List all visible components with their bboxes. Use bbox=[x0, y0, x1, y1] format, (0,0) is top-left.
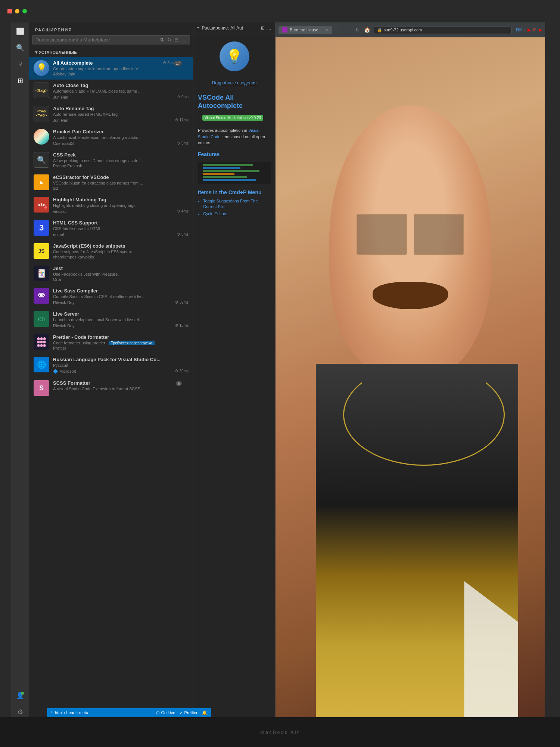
ext-author-highlight-matching-tag: vincaslt bbox=[53, 209, 67, 214]
ext-item-prettier[interactable]: ⬟⬟⬟ ⬟⬟⬟ ⬟⬟⬟ Prettier - Code formatter Co… bbox=[29, 331, 193, 354]
extensions-list: 💡 All Autocomplete Create autocomplete i… bbox=[29, 57, 193, 708]
ext-item-scss-formatter[interactable]: S SCSS Formatter A Visual Studio Code Ex… bbox=[29, 377, 193, 399]
youtube-link-2[interactable]: ▶ bbox=[539, 27, 542, 32]
nav-forward[interactable]: → bbox=[344, 26, 352, 34]
ext-desc-ecssstractor: VSCode plugin for extracting class names… bbox=[53, 181, 189, 185]
detail-items-title: Items in the Cmd+P Menu bbox=[193, 186, 275, 197]
nav-back[interactable]: ← bbox=[334, 26, 342, 34]
activity-extensions[interactable]: ⊞ bbox=[15, 75, 25, 86]
window-minimize[interactable] bbox=[15, 9, 19, 13]
detail-ext-icon: 💡 bbox=[220, 41, 249, 71]
activity-account[interactable]: 👤 bbox=[15, 690, 25, 701]
ext-item-css-peek[interactable]: 🔍 CSS Peek Allow peeking to css ID and c… bbox=[29, 149, 193, 171]
menu-item-cycle-editors: Cycle Editors bbox=[203, 211, 271, 217]
top-bezel bbox=[0, 0, 560, 22]
ext-item-highlight-matching-tag[interactable]: </> ✦ Highlight Matching Tag Highlights … bbox=[29, 194, 193, 217]
ext-item-jest[interactable]: 🃏 Jest Use Facebook's Jest With Pleasure… bbox=[29, 263, 193, 285]
tab-close-1[interactable]: × bbox=[326, 27, 328, 32]
browser-tab-1[interactable]: Burn the House... × bbox=[279, 26, 332, 34]
detail-split-icon[interactable]: ⊞ bbox=[261, 25, 265, 31]
detail-title: VSCode All Autocomplete bbox=[193, 90, 275, 111]
ext-item-auto-rename-tag[interactable]: ≡TAG <TAG> Auto Rename Tag Auto rename p… bbox=[29, 103, 193, 126]
detail-more-link[interactable]: Подробные сведения bbox=[193, 79, 275, 90]
ext-badge-all-autocomplete: 17 bbox=[174, 61, 182, 66]
ext-item-live-sass[interactable]: 👁 Live Sass Compiler Compile Sass or Scs… bbox=[29, 285, 193, 308]
nav-home[interactable]: 🏠 bbox=[363, 26, 371, 34]
ext-content-jest: Jest Use Facebook's Jest With Pleasure. … bbox=[53, 266, 189, 282]
ext-content-bracket-pair: Bracket Pair Colorizer A customizable ex… bbox=[53, 129, 189, 146]
installed-section-label[interactable]: УСТАНОВЛЕННЫЕ bbox=[29, 47, 193, 57]
detail-header-text: Расширение: All Aut bbox=[202, 25, 259, 31]
ext-name-live-sass: Live Sass Compiler bbox=[53, 288, 189, 294]
window-close[interactable] bbox=[7, 9, 12, 13]
ext-item-russian-lang[interactable]: 🌐 Russian Language Pack for Visual Studi… bbox=[29, 354, 193, 377]
nav-refresh[interactable]: ↻ bbox=[354, 26, 362, 34]
ext-item-live-server[interactable]: ((·)) Live Server Launch a development l… bbox=[29, 308, 193, 331]
activity-search[interactable]: 🔍 bbox=[15, 43, 25, 53]
detail-panel: ≡ Расширение: All Aut ⊞ … 💡 Подробные св… bbox=[193, 22, 276, 717]
bottom-bezel: MacBook Air bbox=[0, 717, 560, 747]
status-go-live[interactable]: ⬡ Go Live bbox=[156, 710, 175, 715]
ext-meta-live-server: Ritwick Dey ⏱15ms bbox=[53, 323, 189, 328]
ext-item-ecssstractor[interactable]: E eCSStractor for VSCode VSCode plugin f… bbox=[29, 171, 193, 194]
status-prettier[interactable]: ✓ Prettier bbox=[180, 710, 197, 715]
ext-item-bracket-pair[interactable]: Bracket Pair Colorizer A customizable ex… bbox=[29, 126, 193, 149]
ext-author-live-sass: Ritwick Dey bbox=[53, 300, 74, 305]
detail-link[interactable]: Visual Studio Code bbox=[198, 128, 259, 139]
ext-content-js-snippets: JavaScript (ES6) code snippets Code snip… bbox=[53, 243, 189, 259]
detail-description: Provides autocompletion in Visual Studio… bbox=[193, 124, 275, 149]
time-icon: ⏱ bbox=[163, 61, 167, 65]
detail-more-btn[interactable]: … bbox=[267, 25, 271, 31]
youtube-link[interactable]: ▶ bbox=[528, 27, 531, 32]
activity-settings[interactable]: ⚙ bbox=[15, 707, 25, 717]
lock-icon: 🔒 bbox=[377, 28, 382, 32]
ext-name-css-peek: CSS Peek bbox=[53, 152, 189, 158]
ext-meta-russian-lang: 🔷 Microsoft ⏱39ms bbox=[53, 368, 189, 374]
address-bar[interactable]: 🔒 sun9-72.userapi.com bbox=[374, 26, 511, 34]
status-bell[interactable]: 🔔 bbox=[202, 710, 207, 715]
list-icon[interactable]: ☰ bbox=[174, 37, 179, 43]
search-bar[interactable]: ⚗ ↻ ☰ … bbox=[32, 35, 190, 44]
ext-name-highlight-matching-tag: Highlight Matching Tag bbox=[53, 197, 189, 202]
ext-author-ecssstractor: diz bbox=[53, 186, 189, 190]
ext-time-all-autocomplete: 2ms bbox=[167, 61, 174, 65]
activity-explorer[interactable]: ⬜ bbox=[15, 26, 25, 37]
ext-meta-highlight-matching-tag: vincaslt ⏱4ms bbox=[53, 208, 189, 214]
ext-content-live-server: Live Server Launch a development local S… bbox=[53, 311, 189, 328]
search-input[interactable] bbox=[35, 37, 158, 43]
ext-icon-auto-rename-tag: ≡TAG <TAG> bbox=[34, 106, 49, 121]
ext-item-auto-close-tag[interactable]: </tag> Auto Close Tag Automatically add … bbox=[29, 80, 193, 103]
ext-icon-bracket-pair bbox=[34, 129, 49, 145]
right-panel: Burn the House... × ← → ↻ 🏠 🔒 sun9-72.us… bbox=[276, 22, 545, 717]
vk-link[interactable]: ВК bbox=[516, 27, 522, 32]
refresh-icon[interactable]: ↻ bbox=[167, 37, 171, 43]
ext-item-all-autocomplete[interactable]: 💡 All Autocomplete Create autocomplete i… bbox=[29, 57, 193, 80]
ext-author-jest: Orta bbox=[53, 277, 189, 282]
ext-author-russian-lang: 🔷 Microsoft bbox=[53, 369, 76, 374]
filter-icon[interactable]: ⚗ bbox=[160, 37, 164, 43]
panel-title: РАСШИРЕНИЯ bbox=[29, 22, 193, 35]
ext-content-highlight-matching-tag: Highlight Matching Tag Highlights matchi… bbox=[53, 197, 189, 214]
ext-author-all-autocomplete: Atishay Jain bbox=[53, 72, 189, 76]
ext-desc-auto-close-tag: Automatically add HTML/XML close tag, sa… bbox=[53, 89, 189, 93]
ext-icon-highlight-matching-tag: </> ✦ bbox=[34, 197, 49, 213]
ext-name-scss-formatter: SCSS Formatter bbox=[53, 380, 189, 386]
gmail-link[interactable]: M bbox=[533, 27, 536, 32]
ext-icon-jest: 🃏 bbox=[34, 266, 49, 281]
ext-item-js-snippets[interactable]: JS JavaScript (ES6) code snippets Code s… bbox=[29, 240, 193, 263]
ext-content-auto-close-tag: Auto Close Tag Automatically add HTML/XM… bbox=[53, 83, 189, 99]
detail-menu-list: Toggle Suggestions From The Current File… bbox=[193, 197, 275, 220]
status-branch[interactable]: ⑂ html › head › meta bbox=[51, 710, 88, 715]
ext-item-html-css-support[interactable]: 3 HTML CSS Support CSS Intellisense for … bbox=[29, 217, 193, 240]
ext-content-html-css-support: HTML CSS Support CSS Intellisense for HT… bbox=[53, 220, 189, 237]
ext-desc-bracket-pair: A customizable extension for colorizing … bbox=[53, 135, 189, 140]
window-maximize[interactable] bbox=[22, 9, 27, 13]
activity-git[interactable]: ⑂ bbox=[15, 59, 25, 69]
detail-header: ≡ Расширение: All Aut ⊞ … bbox=[193, 22, 275, 34]
ext-author-html-css-support: ecmel bbox=[53, 232, 64, 237]
ext-icon-russian-lang: 🌐 bbox=[34, 357, 49, 372]
tab-favicon-1 bbox=[282, 27, 287, 32]
address-text: sun9-72.userapi.com bbox=[384, 28, 422, 32]
more-icon[interactable]: … bbox=[182, 37, 187, 43]
ext-meta-live-sass: Ritwick Dey ⏱39ms bbox=[53, 300, 189, 305]
